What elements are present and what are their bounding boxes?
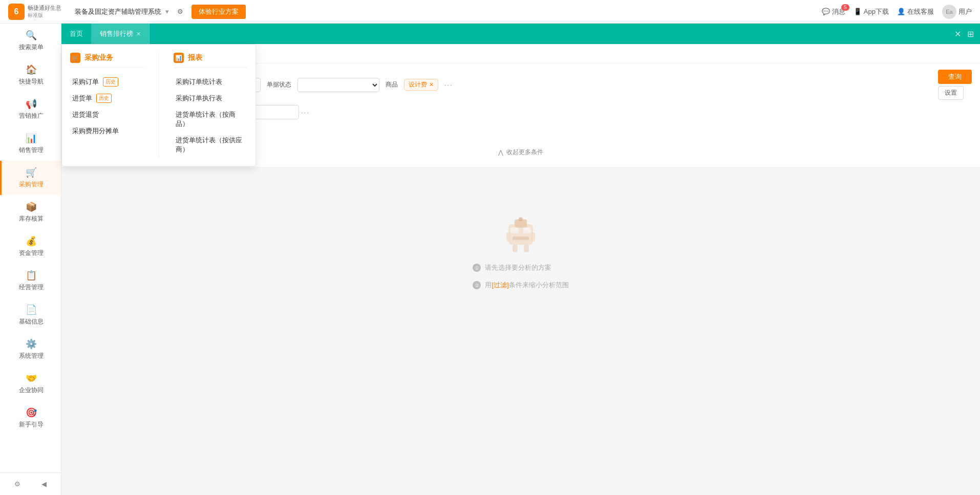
tab-close-icon[interactable]: ✕ — [136, 31, 141, 37]
dropdown-label-goods-return: 进货退货 — [72, 110, 99, 119]
settings-btn[interactable]: 设置 — [938, 86, 964, 100]
sidebar-item-sales[interactable]: 📊 销售管理 — [0, 126, 61, 161]
dropdown-report-section: 📊 报表 采购订单统计表 采购订单执行表 进货单统计表（按商品） 进货单统计表（… — [174, 53, 248, 158]
tab-sales-rank[interactable]: 销售排行榜 ✕ — [92, 24, 150, 44]
sidebar-item-inventory[interactable]: 📦 库存核算 — [0, 195, 61, 229]
dropdown-item-goods-receipt-supplier[interactable]: 进货单统计表（按供应商） — [174, 132, 248, 158]
online-service-item[interactable]: 👤 在线客服 — [897, 7, 934, 16]
sidebar-item-search[interactable]: 🔍 搜索菜单 — [0, 24, 61, 58]
empty-hint-2: ② 用[过滤]条件来缩小分析范围 — [473, 278, 568, 292]
finance-icon: 💰 — [26, 235, 37, 247]
purchase-section-icon: 🛒 — [70, 53, 80, 63]
sidebar-item-basic[interactable]: 📄 基础信息 — [0, 298, 61, 332]
sidebar-label-marketing: 营销推广 — [19, 112, 44, 120]
dropdown-item-purchase-order[interactable]: 采购订单 历史 — [70, 74, 144, 90]
online-service-label: 在线客服 — [907, 7, 934, 16]
purchase-section-title: 🛒 采购业务 — [70, 53, 144, 68]
empty-hint-1: ① 请先选择要分析的方案 — [473, 261, 568, 274]
sidebar-label-finance: 资金管理 — [19, 249, 44, 257]
dropdown-item-goods-receipt-product[interactable]: 进货单统计表（按商品） — [174, 106, 248, 132]
logo-text: 畅捷通好生意 标准版 — [28, 4, 61, 18]
history-badge-2: 历史 — [96, 94, 112, 103]
dropdown-arrow-icon[interactable]: ▾ — [165, 8, 169, 15]
svg-rect-4 — [523, 227, 531, 233]
sidebar-item-system[interactable]: ⚙️ 系统管理 — [0, 332, 61, 367]
dropdown-item-goods-receipt[interactable]: 进货单 历史 — [70, 90, 144, 106]
tab-maximize-icon[interactable]: ⊞ — [965, 27, 976, 41]
tab-bar-right: ✕ ⊞ — [952, 27, 980, 41]
sidebar-item-collab[interactable]: 🤝 企业协同 — [0, 367, 61, 401]
dropdown-item-purchase-order-exec[interactable]: 采购订单执行表 — [174, 90, 248, 106]
product-tag: 设计费 ✕ — [404, 79, 438, 91]
app-download-item[interactable]: 📱 App下载 — [854, 7, 889, 16]
system-icon: ⚙️ — [26, 338, 37, 350]
report-section-title: 📊 报表 — [174, 53, 248, 68]
home-icon: 🏠 — [26, 64, 37, 75]
dropdown-menu: 🛒 采购业务 采购订单 历史 进货单 历史 进货退货 采购费用分摊单 📊 报表 … — [61, 44, 256, 166]
step-2-num: ② — [473, 281, 481, 289]
collapse-label: 收起更多条件 — [506, 148, 543, 157]
sidebar-item-finance[interactable]: 💰 资金管理 — [0, 229, 61, 264]
dropdown-label-purchase-order: 采购订单 — [72, 77, 99, 87]
collapse-bottom-btn[interactable]: ◀ — [38, 477, 50, 491]
collapse-up-icon: ⋀ — [498, 149, 503, 156]
logo-area: 6 畅捷通好生意 标准版 — [8, 4, 70, 20]
logo-icon: 6 — [8, 4, 25, 20]
sidebar-bottom: ⚙ ◀ — [0, 472, 61, 495]
dropdown-label-goods-receipt-supplier: 进货单统计表（按供应商） — [176, 136, 246, 154]
dropdown-item-purchase-expense[interactable]: 采购费用分摊单 — [70, 123, 144, 139]
empty-hint-1-text: 请先选择要分析的方案 — [485, 261, 551, 274]
sidebar-item-guide[interactable]: 🎯 新手引导 — [0, 401, 61, 435]
top-bar: 6 畅捷通好生意 标准版 装备及固定资产辅助管理系统 ▾ ⚙ 体验行业方案 💬 … — [0, 0, 980, 24]
voucher-status-select[interactable] — [297, 78, 379, 92]
sidebar-item-operations[interactable]: 📋 经营管理 — [0, 264, 61, 298]
sidebar-label-inventory: 库存核算 — [19, 214, 44, 223]
message-badge: 5 — [841, 4, 849, 11]
product-more-dots[interactable]: ··· — [444, 81, 453, 89]
query-btn[interactable]: 查询 — [938, 70, 972, 84]
tab-minimize-icon[interactable]: ✕ — [952, 27, 963, 41]
empty-hint-2-text: 用[过滤]条件来缩小分析范围 — [485, 278, 568, 292]
sidebar-label-sales: 销售管理 — [19, 146, 44, 155]
sidebar-label-basic: 基础信息 — [19, 317, 44, 326]
sidebar: 🔍 搜索菜单 🏠 快捷导航 📢 营销推广 📊 销售管理 🛒 采购管理 📦 库存核… — [0, 24, 61, 495]
svg-rect-7 — [531, 232, 535, 242]
sidebar-item-purchase[interactable]: 🛒 采购管理 — [0, 161, 61, 195]
dropdown-label-goods-receipt-product: 进货单统计表（按商品） — [176, 110, 246, 128]
industry-btn[interactable]: 体验行业方案 — [191, 5, 246, 19]
empty-hint-list: ① 请先选择要分析的方案 ② 用[过滤]条件来缩小分析范围 — [473, 261, 568, 292]
marketing-icon: 📢 — [26, 98, 37, 110]
sidebar-item-marketing[interactable]: 📢 营销推广 — [0, 92, 61, 126]
dropdown-divider — [159, 53, 159, 158]
guide-icon: 🎯 — [26, 407, 37, 418]
inventory-icon: 📦 — [26, 201, 37, 212]
svg-rect-5 — [513, 236, 529, 240]
sidebar-item-nav[interactable]: 🏠 快捷导航 — [0, 58, 61, 92]
dropdown-item-purchase-order-stat[interactable]: 采购订单统计表 — [174, 74, 248, 90]
tab-sales-rank-label: 销售排行榜 — [100, 29, 133, 38]
dropdown-label-purchase-expense: 采购费用分摊单 — [72, 126, 119, 136]
user-item[interactable]: Ea 用户 — [942, 5, 972, 19]
sidebar-label-search: 搜索菜单 — [19, 43, 44, 52]
salesperson-more-dots[interactable]: ··· — [301, 109, 310, 116]
sidebar-label-system: 系统管理 — [19, 352, 44, 360]
step-1-num: ① — [473, 264, 481, 272]
filter-actions-right: 查询 设置 — [938, 70, 972, 100]
query-btn-area: 查询 — [938, 70, 972, 84]
tab-home-label: 首页 — [70, 29, 83, 38]
message-icon: 💬 — [822, 8, 830, 15]
gear-button[interactable]: ⚙ — [173, 5, 187, 19]
empty-illustration — [500, 212, 541, 253]
dropdown-item-goods-return[interactable]: 进货退货 — [70, 106, 144, 123]
svg-point-2 — [519, 217, 523, 221]
sidebar-label-operations: 经营管理 — [19, 283, 44, 292]
tab-home[interactable]: 首页 — [61, 24, 92, 44]
settings-bottom-btn[interactable]: ⚙ — [11, 477, 24, 491]
search-icon: 🔍 — [26, 30, 37, 41]
sidebar-label-nav: 快捷导航 — [19, 77, 44, 86]
avatar: Ea — [942, 5, 956, 19]
product-tag-close[interactable]: ✕ — [429, 81, 434, 88]
messages-item[interactable]: 💬 消息 5 — [822, 7, 845, 16]
topbar-right: 💬 消息 5 📱 App下载 👤 在线客服 Ea 用户 — [822, 5, 972, 19]
report-section-icon: 📊 — [174, 53, 184, 63]
